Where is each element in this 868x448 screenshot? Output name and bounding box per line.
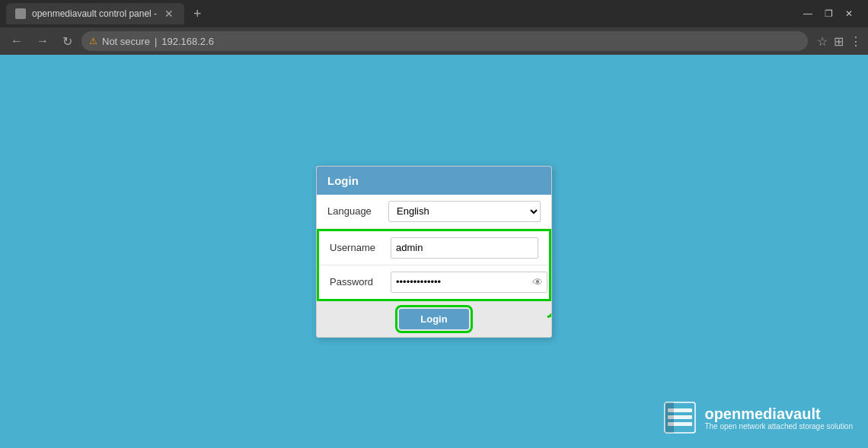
forward-button[interactable]: → <box>32 31 53 51</box>
page-content: Login Language English Deutsch Français … <box>0 55 868 448</box>
security-warning-icon: ⚠ <box>89 36 97 46</box>
reload-button[interactable]: ↻ <box>58 31 77 52</box>
language-row: Language English Deutsch Français Españo… <box>317 195 551 229</box>
nav-bar: ← → ↻ ⚠ Not secure | 192.168.2.6 ☆ ⊞ ⋮ <box>0 27 868 55</box>
browser-tab[interactable]: openmediavault control panel - ✕ <box>6 3 184 24</box>
password-label: Password <box>330 276 391 288</box>
tab-title: openmediavault control panel - <box>32 8 157 19</box>
not-secure-label: Not secure <box>102 36 150 47</box>
arrow-svg <box>540 302 552 332</box>
login-header: Login <box>317 167 551 195</box>
address-separator: | <box>155 36 157 47</box>
password-input[interactable] <box>391 272 547 293</box>
language-label: Language <box>327 205 388 217</box>
menu-icon[interactable]: ⋮ <box>850 34 862 49</box>
extensions-icon[interactable]: ⊞ <box>834 34 844 49</box>
password-input-wrapper: 👁 <box>391 272 547 293</box>
login-button[interactable]: Login <box>399 309 468 329</box>
omv-logo: openmediavault The open network attached… <box>663 401 853 434</box>
tab-favicon <box>15 8 26 19</box>
nav-actions: ☆ ⊞ ⋮ <box>812 34 862 49</box>
username-input[interactable] <box>391 237 538 259</box>
language-select[interactable]: English Deutsch Français Español <box>388 201 541 222</box>
address-url: 192.168.2.6 <box>161 36 214 47</box>
credentials-highlight-box: Username Password 👁 <box>317 229 551 301</box>
address-bar[interactable]: ⚠ Not secure | 192.168.2.6 <box>81 31 808 51</box>
back-button[interactable]: ← <box>6 31 27 51</box>
login-footer: Login <box>317 301 551 337</box>
login-title: Login <box>327 174 359 187</box>
login-body: Language English Deutsch Français Españo… <box>317 195 551 301</box>
username-label: Username <box>330 242 391 253</box>
minimize-button[interactable]: — <box>803 8 812 19</box>
window-controls: — ❐ ✕ <box>803 8 862 19</box>
browser-chrome: openmediavault control panel - ✕ + — ❐ ✕… <box>0 0 868 55</box>
password-row: Password 👁 <box>319 265 549 299</box>
tab-close-button[interactable]: ✕ <box>163 8 175 20</box>
arrow-annotation <box>540 302 552 335</box>
close-button[interactable]: ✕ <box>845 8 853 19</box>
omv-name: openmediavault <box>704 405 853 422</box>
bookmark-icon[interactable]: ☆ <box>817 34 828 49</box>
new-tab-button[interactable]: + <box>187 6 208 22</box>
show-password-icon[interactable]: 👁 <box>532 276 543 288</box>
omv-tagline: The open network attached storage soluti… <box>704 422 853 431</box>
title-bar: openmediavault control panel - ✕ + — ❐ ✕ <box>0 0 868 27</box>
omv-text-block: openmediavault The open network attached… <box>704 405 853 431</box>
svg-rect-5 <box>665 402 674 433</box>
omv-icon <box>663 401 697 434</box>
maximize-button[interactable]: ❐ <box>825 8 833 19</box>
login-panel: Login Language English Deutsch Français … <box>316 166 552 338</box>
username-row: Username <box>319 231 549 265</box>
